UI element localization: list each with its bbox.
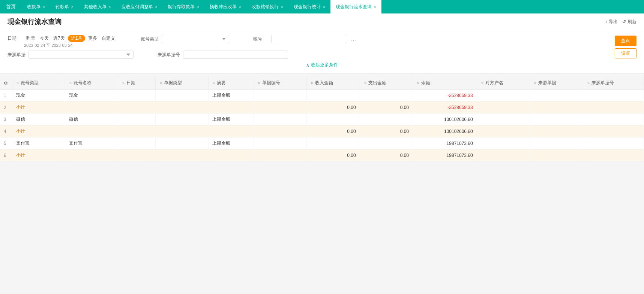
cell-income: 0.00 <box>307 125 360 137</box>
cell-doc-no <box>254 90 306 101</box>
col-account-type[interactable]: ⇅账号类型 <box>12 77 65 90</box>
cell-account-type: 小计 <box>12 125 65 137</box>
cell-expense: 0.00 <box>360 125 413 137</box>
table-row: 1 现金 现金 上期余额 -3528659.33 <box>0 90 644 101</box>
close-tab-bank[interactable]: × <box>197 5 199 9</box>
nav-tab-qitasr[interactable]: 其他收入单 × <box>79 0 116 13</box>
date-filter-label: 日期 <box>8 35 23 42</box>
cell-source-doc-no <box>583 101 644 113</box>
cell-source-doc-no <box>583 90 644 101</box>
col-balance[interactable]: ⇅余额 <box>413 77 477 90</box>
cell-counterparty <box>477 113 530 125</box>
nav-tab-fukuandan[interactable]: 付款单 × <box>50 0 79 13</box>
source-doc-no-label: 来源单据号 <box>158 52 180 58</box>
table-row: 6 小计 0.00 0.00 19871073.60 <box>0 149 644 161</box>
col-summary[interactable]: ⇅摘要 <box>209 77 254 90</box>
cell-account-type: 小计 <box>12 149 65 161</box>
collapse-bar[interactable]: ∧ 收起更多条件 <box>8 60 636 70</box>
col-account-name[interactable]: ⇅账号名称 <box>65 77 118 90</box>
cell-doc-no <box>254 113 306 125</box>
close-tab-qitasr[interactable]: × <box>109 5 111 9</box>
nav-tab-xjstatistics[interactable]: 现金银行统计 × <box>288 0 330 13</box>
row-num: 5 <box>0 137 12 149</box>
col-doc-type[interactable]: ⇅单据类型 <box>155 77 208 90</box>
cell-balance: 19871073.60 <box>413 137 477 149</box>
cell-source-doc <box>530 149 583 161</box>
account-type-select[interactable] <box>162 35 229 43</box>
query-button[interactable]: 查询 <box>615 36 636 46</box>
cell-income <box>307 90 360 101</box>
close-tab-xjstatistics[interactable]: × <box>323 5 325 9</box>
setting-button[interactable]: 设置 <box>615 48 636 58</box>
cell-source-doc <box>530 113 583 125</box>
nav-tab-bank[interactable]: 银行存取款单 × <box>162 0 204 13</box>
table-row: 2 小计 0.00 0.00 -3528659.33 <box>0 101 644 113</box>
col-expense[interactable]: ⇅支出金额 <box>360 77 413 90</box>
header-actions: ↓ 导出 ↺ 刷新 <box>605 19 636 25</box>
export-button[interactable]: ↓ 导出 <box>605 19 618 25</box>
cell-source-doc-no <box>583 149 644 161</box>
date-shortcuts: 昨天 今天 近7天 近1月 更多 自定义 <box>25 35 117 42</box>
cell-doc-type <box>155 113 208 125</box>
cell-account-name <box>65 149 118 161</box>
close-tab-yushou[interactable]: × <box>239 5 241 9</box>
date-btn-7days[interactable]: 近7天 <box>52 35 66 42</box>
col-doc-no[interactable]: ⇅单据编号 <box>254 77 306 90</box>
cell-summary: 上期余额 <box>209 113 254 125</box>
close-tab-fukuandan[interactable]: × <box>71 5 74 9</box>
refresh-button[interactable]: ↺ 刷新 <box>622 19 636 25</box>
cell-date <box>118 101 156 113</box>
nav-tab-xjliushui[interactable]: 现金银行流水查询 × <box>330 0 381 13</box>
row-num: 6 <box>0 149 12 161</box>
col-settings[interactable]: ⚙ <box>0 77 12 90</box>
source-doc-select[interactable] <box>29 51 134 59</box>
close-tab-shoukuandan[interactable]: × <box>43 5 45 9</box>
cell-account-name: 支付宝 <box>65 137 118 149</box>
nav-tab-shoukuandan[interactable]: 收款单 × <box>22 0 50 13</box>
account-ellipsis[interactable]: … <box>349 35 357 43</box>
cell-doc-type <box>155 101 208 113</box>
date-btn-more[interactable]: 更多 <box>87 35 99 42</box>
refresh-icon: ↺ <box>622 19 626 24</box>
table-row: 4 小计 0.00 0.00 100102606.60 <box>0 125 644 137</box>
col-source-doc-no[interactable]: ⇅来源单据号 <box>583 77 644 90</box>
cell-summary <box>209 125 254 137</box>
nav-tab-yushou[interactable]: 预收冲应收单 × <box>204 0 246 13</box>
close-tab-yingshou[interactable]: × <box>155 5 158 9</box>
top-navigation: 首页 收款单 × 付款单 × 其他收入单 × 应收应付调整单 × 银行存取款单 … <box>0 0 644 13</box>
col-income[interactable]: ⇅收入金额 <box>307 77 360 90</box>
nav-tab-shoukuanhexiao[interactable]: 收款核销执行 × <box>246 0 288 13</box>
date-btn-1month[interactable]: 近1月 <box>68 35 86 42</box>
cell-counterparty <box>477 101 530 113</box>
cell-doc-no <box>254 125 306 137</box>
date-btn-today[interactable]: 今天 <box>38 35 50 42</box>
account-label: 账号 <box>253 36 268 42</box>
cell-balance: 100102606.60 <box>413 113 477 125</box>
cell-source-doc-no <box>583 125 644 137</box>
cell-balance: 19871073.60 <box>413 149 477 161</box>
cell-doc-type <box>155 149 208 161</box>
gear-icon: ⚙ <box>4 81 8 86</box>
cell-doc-type <box>155 125 208 137</box>
cell-account-type: 小计 <box>12 101 65 113</box>
close-tab-xjliushui[interactable]: × <box>374 5 376 9</box>
col-date[interactable]: ⇅日期 <box>118 77 156 90</box>
close-tab-shoukuanhexiao[interactable]: × <box>281 5 283 9</box>
nav-home[interactable]: 首页 <box>0 0 22 13</box>
cell-account-name: 微信 <box>65 113 118 125</box>
cell-balance: 100102606.60 <box>413 125 477 137</box>
source-doc-no-input[interactable] <box>183 51 288 59</box>
cell-counterparty <box>477 149 530 161</box>
cell-source-doc <box>530 125 583 137</box>
account-input[interactable] <box>271 35 346 43</box>
date-range-display: 2023-02-24 至 2023-03-24 <box>24 43 117 48</box>
col-counterparty[interactable]: ⇅对方户名 <box>477 77 530 90</box>
date-btn-custom[interactable]: 自定义 <box>100 35 117 42</box>
table-row: 3 微信 微信 上期余额 100102606.60 <box>0 113 644 125</box>
cell-expense <box>360 113 413 125</box>
nav-tab-yingshou[interactable]: 应收应付调整单 × <box>116 0 163 13</box>
cell-date <box>118 137 156 149</box>
cell-summary: 上期余额 <box>209 90 254 101</box>
col-source-doc[interactable]: ⇅来源单据 <box>530 77 583 90</box>
date-btn-yesterday[interactable]: 昨天 <box>25 35 37 42</box>
